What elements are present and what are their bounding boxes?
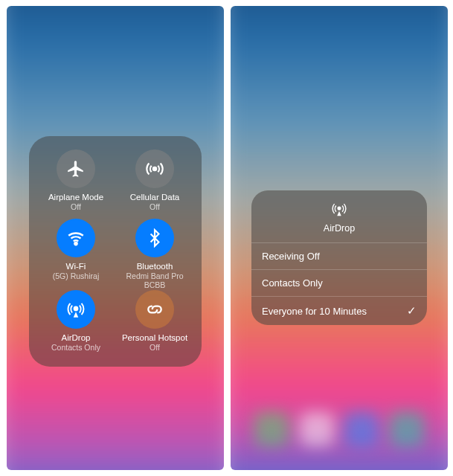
antenna-icon [135,149,174,188]
airdrop-menu: AirDrop Receiving Off Contacts Only Ever… [251,190,427,325]
svg-point-5 [338,207,341,210]
checkmark-icon: ✓ [407,304,417,318]
tile-label: Wi-Fi [36,262,115,271]
svg-point-1 [74,242,77,245]
tile-label: AirDrop [36,333,115,343]
tile-label: Personal Hotspot [115,333,194,343]
tile-sub: (5G) Rushiraj [36,271,115,281]
screenshot-right: AirDrop Receiving Off Contacts Only Ever… [231,6,448,470]
svg-point-2 [74,306,78,310]
wifi-icon [57,219,95,257]
tile-sub: Off [36,202,115,212]
connectivity-panel: Airplane Mode Off Cellular Data Off Wi-F… [29,136,202,367]
bluetooth-icon [135,219,174,257]
tile-airplane-mode[interactable]: Airplane Mode Off [36,149,115,211]
airdrop-option-contacts-only[interactable]: Contacts Only [251,270,427,297]
svg-point-0 [153,167,156,170]
dock-blur [231,403,448,455]
airplane-icon [57,149,95,188]
tile-sub: Contacts Only [36,343,115,353]
tile-personal-hotspot[interactable]: Personal Hotspot Off [115,290,194,352]
option-label: Everyone for 10 Minutes [262,306,367,317]
airdrop-menu-title: AirDrop [251,223,427,234]
option-label: Contacts Only [262,277,323,289]
airdrop-icon [251,201,427,220]
tile-wifi[interactable]: Wi-Fi (5G) Rushiraj [36,219,115,280]
tile-sub: Off [115,343,194,353]
airdrop-icon [57,290,95,329]
tile-label: Bluetooth [115,262,194,271]
tile-label: Airplane Mode [36,193,115,202]
tile-bluetooth[interactable]: Bluetooth Redmi Band Pro BCBB [115,219,194,290]
airdrop-option-everyone-10min[interactable]: Everyone for 10 Minutes ✓ [251,297,427,325]
tile-cellular-data[interactable]: Cellular Data Off [115,149,194,211]
airdrop-menu-header: AirDrop [251,190,427,243]
tile-airdrop[interactable]: AirDrop Contacts Only [36,290,115,352]
screenshot-left: Airplane Mode Off Cellular Data Off Wi-F… [7,6,224,470]
link-icon [135,290,174,329]
tile-label: Cellular Data [115,193,194,202]
tile-sub: Off [115,202,194,212]
airdrop-option-receiving-off[interactable]: Receiving Off [251,243,427,270]
tile-sub: Redmi Band Pro BCBB [115,271,194,290]
option-label: Receiving Off [262,251,320,262]
